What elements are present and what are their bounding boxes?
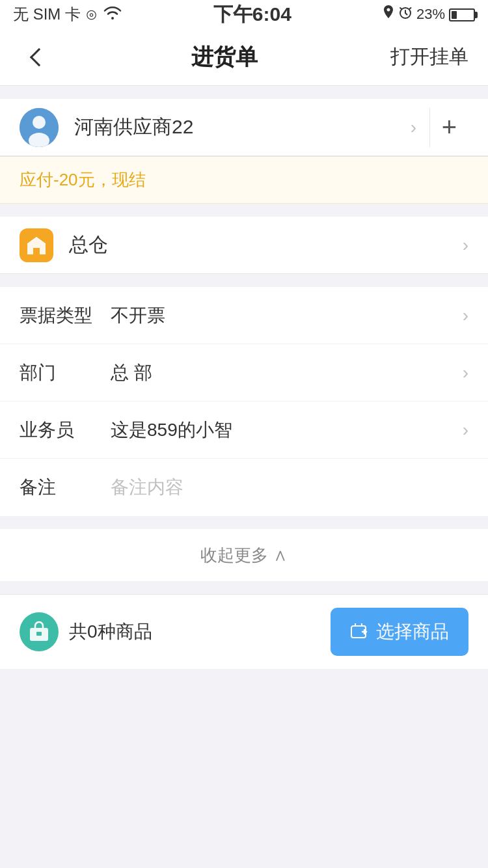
- remark-row[interactable]: 备注 备注内容: [0, 459, 488, 516]
- wifi-icon: [103, 5, 122, 23]
- open-pending-button[interactable]: 打开挂单: [390, 44, 468, 70]
- status-bar: 无 SIM 卡 ⊙ 下午6:04 23%: [0, 0, 488, 29]
- salesperson-chevron-icon: ›: [463, 420, 468, 441]
- select-goods-label: 选择商品: [376, 619, 449, 644]
- add-supplier-button[interactable]: +: [429, 108, 468, 147]
- status-bar-right: 23%: [383, 5, 475, 23]
- department-label: 部门: [20, 360, 111, 385]
- warehouse-name: 总仓: [69, 232, 463, 258]
- remark-input[interactable]: 备注内容: [111, 475, 468, 500]
- svg-rect-4: [33, 248, 40, 254]
- remark-label: 备注: [20, 475, 111, 500]
- location-icon: [383, 5, 394, 23]
- invoice-type-chevron-icon: ›: [463, 305, 468, 326]
- department-row[interactable]: 部门 总 部 ›: [0, 344, 488, 401]
- section-gap-1: [0, 86, 488, 99]
- form-section: 票据类型 不开票 › 部门 总 部 › 业务员 这是859的小智 › 备注 备注…: [0, 287, 488, 516]
- page-title: 进货单: [191, 42, 258, 72]
- svg-point-2: [33, 116, 46, 129]
- battery-percentage: 23%: [416, 6, 445, 23]
- supplier-chevron-icon: ›: [411, 117, 416, 138]
- status-bar-left: 无 SIM 卡 ⊙: [13, 4, 122, 25]
- notice-banner: 应付-20元，现结: [0, 157, 488, 204]
- supplier-avatar: [20, 108, 59, 147]
- page-background: [0, 669, 488, 851]
- back-button[interactable]: [20, 38, 59, 77]
- invoice-type-value: 不开票: [111, 303, 463, 328]
- goods-count-wrap: 共0种商品: [20, 612, 152, 651]
- svg-rect-6: [36, 632, 42, 636]
- goods-count-label: 共0种商品: [69, 619, 152, 644]
- collapse-button[interactable]: 收起更多 ∧: [0, 529, 488, 581]
- alarm-icon: [398, 5, 413, 23]
- warehouse-row[interactable]: 总仓 ›: [0, 217, 488, 274]
- supplier-name: 河南供应商22: [74, 114, 411, 141]
- supplier-section: 河南供应商22 › +: [0, 99, 488, 157]
- select-goods-button[interactable]: 选择商品: [331, 608, 468, 656]
- battery-icon: [449, 6, 475, 23]
- invoice-type-label: 票据类型: [20, 303, 111, 328]
- salesperson-value: 这是859的小智: [111, 418, 463, 442]
- status-bar-time: 下午6:04: [213, 1, 291, 28]
- goods-icon: [20, 612, 59, 651]
- bottom-bar: 共0种商品 选择商品: [0, 594, 488, 669]
- salesperson-label: 业务员: [20, 418, 111, 442]
- warehouse-chevron-icon: ›: [463, 235, 468, 256]
- supplier-row[interactable]: 河南供应商22 › +: [0, 99, 488, 156]
- nav-bar: 进货单 打开挂单: [0, 29, 488, 86]
- invoice-type-row[interactable]: 票据类型 不开票 ›: [0, 287, 488, 344]
- warehouse-icon: [20, 228, 53, 262]
- salesperson-row[interactable]: 业务员 这是859的小智 ›: [0, 401, 488, 459]
- back-arrow-icon: [30, 47, 48, 66]
- department-value: 总 部: [111, 360, 463, 385]
- sim-status: 无 SIM 卡 ⊙: [13, 4, 98, 25]
- department-chevron-icon: ›: [463, 362, 468, 383]
